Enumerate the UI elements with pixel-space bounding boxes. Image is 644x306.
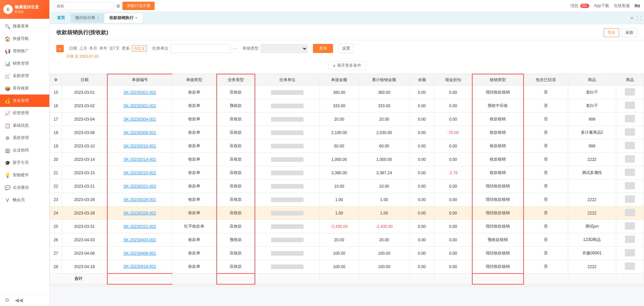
sidebar-item-label: 库存核算 xyxy=(13,85,29,91)
tab-collection-verify-close[interactable]: × xyxy=(136,16,138,20)
voucher-link[interactable]: SK-20230331-002 xyxy=(123,224,156,229)
cell-counterpart xyxy=(255,153,320,166)
sidebar-item-inventory[interactable]: 📦库存核算 xyxy=(0,82,49,95)
cell-verify-type: 现结收款核销 xyxy=(472,86,524,99)
tab-home[interactable]: 首页 xyxy=(52,13,70,23)
cell-include-settled: 否 xyxy=(524,113,568,126)
cell-include-settled: 否 xyxy=(524,247,568,260)
voucher-link[interactable]: SK-20230310-001 xyxy=(123,144,156,148)
col-gear[interactable]: ⚙ xyxy=(50,74,62,86)
search-input[interactable] xyxy=(54,2,114,10)
sidebar-bottom: ⚙ ◀◀ xyxy=(0,294,49,306)
sidebar-item-hardware[interactable]: 💡智能硬件 xyxy=(0,169,49,181)
sidebar-item-system[interactable]: ⚙系统管理 xyxy=(0,132,49,144)
cell-verify-type: 现结收款核销 xyxy=(472,260,524,273)
voucher-link[interactable]: SK-20230328-001 xyxy=(123,197,156,202)
sidebar-item-member[interactable]: V畅会员 xyxy=(0,194,49,206)
sidebar-item-finance[interactable]: 💰资金管理 xyxy=(0,95,49,107)
voucher-link[interactable]: SK-20230302-002 xyxy=(123,104,156,108)
voucher-link[interactable]: SK-20230418-001 xyxy=(123,264,156,269)
collapse-icon[interactable]: ◀◀ xyxy=(15,297,23,303)
voucher-link[interactable]: SK-20230408-001 xyxy=(123,251,156,256)
export-button[interactable]: 导出 xyxy=(604,28,619,37)
cell-amount: 100.00 xyxy=(320,247,359,260)
expand-conditions[interactable]: ∨ 展开更多条件 xyxy=(328,61,366,70)
cell-voucher-type: 收款单 xyxy=(172,260,217,273)
cell-cash-discount: 0.00 xyxy=(434,113,472,126)
cell-balance: 0.00 xyxy=(410,206,434,220)
cell-counterpart xyxy=(255,206,320,220)
sidebar-item-operations[interactable]: 📈经营管理 xyxy=(0,107,49,119)
notifications-link[interactable]: 消息 99+ xyxy=(570,3,589,9)
cell-voucher-no: SK-20230302-002 xyxy=(107,99,172,113)
sidebar-item-label: 企业微信 xyxy=(13,185,29,190)
cell-date: 2023-03-28 xyxy=(62,193,107,206)
expand-label: 展开更多条件 xyxy=(337,63,361,68)
setting-button[interactable]: 设置 xyxy=(338,44,354,53)
cell-cash-discount: 0.00 xyxy=(434,233,472,247)
cell-counterpart xyxy=(255,86,320,99)
tab-collection-verify[interactable]: 收款核销执行 × xyxy=(105,13,142,23)
cell-cash-discount: 0.00 xyxy=(434,206,472,220)
sidebar-item-quick-nav[interactable]: 🏠快捷导航 xyxy=(0,33,49,45)
date-custom-btn[interactable]: 自定义 xyxy=(132,45,147,52)
voucher-link[interactable]: SK-20230304-001 xyxy=(123,117,156,122)
tab-fullscreen-icon[interactable]: ⛶ xyxy=(637,15,641,21)
voucher-link[interactable]: SK-20230301-002 xyxy=(123,90,156,95)
sidebar-item-search[interactable]: 🔍搜索菜单 xyxy=(0,20,49,33)
filter-dots[interactable]: ··· xyxy=(233,46,237,52)
topbar-gear-icon[interactable]: ⚙ xyxy=(116,3,120,9)
counterpart-input[interactable] xyxy=(170,44,231,53)
cell-seq: 22 xyxy=(50,180,62,193)
date-link-more[interactable]: 更多 xyxy=(122,46,130,51)
cell-voucher-type: 收款单 xyxy=(172,233,217,247)
topbar-right: 消息 99+ App下载 在线客服 Rit xyxy=(570,3,640,9)
filter-bar: » 日期 上月 本月 本年 近7天 更多 自定义 往来单位 ··· 单据类型 xyxy=(50,40,644,74)
sidebar-item-purchase[interactable]: 🛒采购管理 xyxy=(0,70,49,82)
sidebar-item-marketing[interactable]: 📢营销推广 xyxy=(0,45,49,57)
sidebar-item-basic[interactable]: 📋基础信息 xyxy=(0,119,49,132)
scrollbar[interactable] xyxy=(50,285,644,288)
tab-advance-payment-close[interactable]: × xyxy=(97,16,99,20)
cell-biz-type: 预收款 xyxy=(217,99,255,113)
date-link-this-year[interactable]: 本年 xyxy=(99,46,107,51)
cell-amount: 1.00 xyxy=(320,206,359,220)
marketing-icon: 📢 xyxy=(5,49,10,54)
cell-cash-discount: 0.00 xyxy=(434,193,472,206)
tab-close-icon[interactable]: ✕ xyxy=(630,15,634,21)
voucher-link[interactable]: SK-20230403-002 xyxy=(123,238,156,242)
date-link-last-month[interactable]: 上月 xyxy=(79,46,87,51)
tab-advance-payment[interactable]: 预付应付单 × xyxy=(70,13,104,23)
cell-voucher-no: SK-20230308-001 xyxy=(107,126,172,139)
query-button[interactable]: 查询 xyxy=(313,44,333,53)
quick-nav-icon: 🏠 xyxy=(5,36,10,42)
voucher-type-select[interactable] xyxy=(261,44,308,53)
expand-icon: ∨ xyxy=(333,63,336,68)
settings-icon[interactable]: ⚙ xyxy=(5,297,9,303)
cell-seq: 28 xyxy=(50,260,62,273)
voucher-link[interactable]: SK-20230321-003 xyxy=(123,184,156,189)
solution-button[interactable]: 体验行业方案 xyxy=(122,2,155,10)
page-header: 收款核销执行(按收款) 导出 刷新 xyxy=(50,24,644,40)
sidebar-item-wechat[interactable]: 💬企业微信 xyxy=(0,181,49,194)
cell-product: 999 xyxy=(568,139,616,153)
voucher-link[interactable]: SK-20230328-002 xyxy=(123,211,156,216)
sidebar-item-guide[interactable]: 🎓新手引导 xyxy=(0,157,49,169)
cell-include-settled: 否 xyxy=(524,126,568,139)
cell-amount: 1,000.00 xyxy=(320,153,359,166)
date-link-7-days[interactable]: 近7天 xyxy=(109,46,120,51)
date-link-this-month[interactable]: 本月 xyxy=(89,46,97,51)
cell-voucher-no: SK-20230331-002 xyxy=(107,220,172,233)
voucher-link[interactable]: SK-20230308-001 xyxy=(123,130,156,135)
online-service-link[interactable]: 在线客服 xyxy=(614,3,630,9)
finance-icon: 💰 xyxy=(5,98,10,104)
voucher-link[interactable]: SK-20230315-002 xyxy=(123,171,156,175)
sidebar-item-enterprise[interactable]: 🏢企业协同 xyxy=(0,144,49,157)
sidebar-item-label: 基础信息 xyxy=(13,123,29,128)
voucher-link[interactable]: SK-20230314-001 xyxy=(123,157,156,162)
filter-toggle[interactable]: » xyxy=(56,45,64,52)
sidebar-item-sales[interactable]: 📊销售管理 xyxy=(0,57,49,70)
footer-cum-verify xyxy=(359,273,410,284)
app-download-link[interactable]: App下载 xyxy=(594,3,609,9)
refresh-button[interactable]: 刷新 xyxy=(622,28,637,37)
